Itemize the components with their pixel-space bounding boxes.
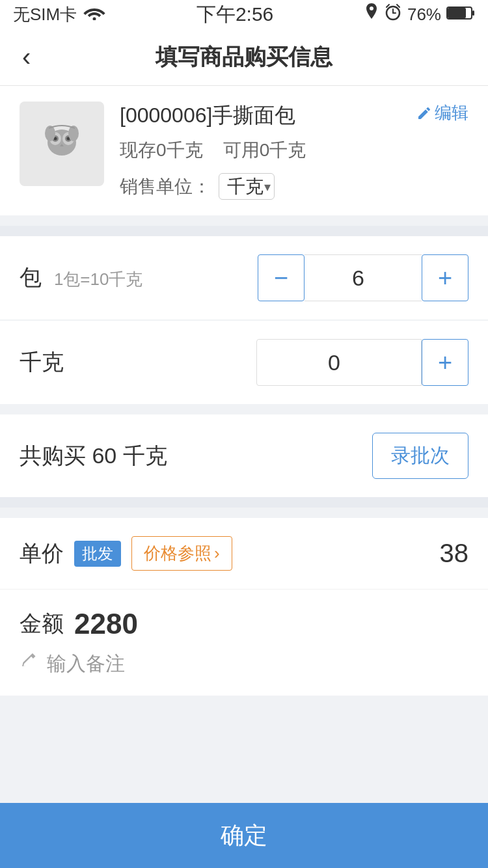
- summary-section: 共购买 60 千克 录批次: [0, 414, 488, 497]
- stock-available: 可用0千克: [223, 140, 306, 160]
- price-ref-arrow: ›: [214, 543, 220, 563]
- summary-row: 共购买 60 千克 录批次: [0, 414, 488, 497]
- status-time: 下午2:56: [197, 1, 273, 28]
- status-bar: 无SIM卡 下午2:56 76%: [0, 0, 488, 29]
- unit-select-wrapper[interactable]: 千克: [219, 173, 275, 200]
- bao-label: 包: [20, 265, 42, 290]
- product-owl-icon: [36, 114, 88, 174]
- bao-label-group: 包 1包=10千克: [20, 263, 142, 293]
- amount-row: 金额 2280: [20, 608, 468, 640]
- wifi-icon: [83, 5, 105, 25]
- location-icon: [364, 3, 379, 26]
- svg-rect-6: [472, 10, 474, 16]
- confirm-button-label: 确定: [221, 820, 267, 852]
- kg-plus-button[interactable]: +: [422, 339, 468, 386]
- kg-input-section: 千克 +: [0, 321, 488, 404]
- unit-select[interactable]: 千克: [219, 173, 275, 200]
- bao-sub-label: 1包=10千克: [54, 269, 143, 289]
- product-stock: 现存0千克 可用0千克: [120, 138, 468, 163]
- alarm-icon: [384, 3, 402, 26]
- bao-qty-control: − +: [258, 254, 468, 301]
- stock-current: 现存0千克: [120, 140, 203, 160]
- product-info: [0000006]手撕面包 编辑 现存0千克 可用0千克 销售单位： 千克: [120, 102, 468, 200]
- svg-point-0: [93, 17, 96, 20]
- bao-qty-input[interactable]: [305, 254, 422, 301]
- product-thumbnail: [20, 102, 104, 186]
- bao-minus-button[interactable]: −: [258, 254, 305, 301]
- product-name: [0000006]手撕面包: [120, 102, 295, 130]
- back-button[interactable]: ‹: [16, 36, 37, 78]
- price-label: 单价: [20, 539, 64, 569]
- unit-label: 销售单位：: [120, 174, 211, 199]
- edit-label: 编辑: [435, 102, 468, 124]
- remark-label: 输入备注: [47, 651, 125, 677]
- kg-qty-input[interactable]: [256, 339, 422, 386]
- status-left: 无SIM卡: [13, 3, 105, 26]
- page-title: 填写商品购买信息: [156, 42, 332, 72]
- kg-qty-control: +: [256, 339, 468, 386]
- price-ref-label: 价格参照: [144, 542, 211, 565]
- edit-button[interactable]: 编辑: [416, 102, 468, 124]
- amount-section: 金额 2280 输入备注: [0, 590, 488, 696]
- status-right: 76%: [364, 3, 475, 26]
- price-tag-batch: 批发: [74, 541, 121, 567]
- price-section: 单价 批发 价格参照 › 38: [0, 518, 488, 590]
- amount-label: 金额: [20, 609, 64, 639]
- svg-rect-5: [448, 8, 466, 18]
- kg-label: 千克: [20, 347, 64, 377]
- nav-bar: ‹ 填写商品购买信息: [0, 29, 488, 86]
- battery-icon: [446, 5, 475, 25]
- product-unit-row: 销售单位： 千克: [120, 173, 468, 200]
- price-ref-button[interactable]: 价格参照 ›: [131, 536, 232, 571]
- product-card: [0000006]手撕面包 编辑 现存0千克 可用0千克 销售单位： 千克: [0, 86, 488, 215]
- pencil-icon: [20, 652, 39, 676]
- divider-2: [0, 497, 488, 508]
- summary-text: 共购买 60 千克: [20, 441, 167, 471]
- batch-button[interactable]: 录批次: [372, 433, 468, 479]
- bao-input-section: 包 1包=10千克 − +: [0, 236, 488, 319]
- divider-1: [0, 226, 488, 236]
- carrier-label: 无SIM卡: [13, 3, 77, 26]
- bao-input-row: 包 1包=10千克 − +: [20, 236, 468, 319]
- confirm-bar[interactable]: 确定: [0, 803, 488, 868]
- price-value: 38: [440, 539, 469, 568]
- kg-input-row: 千克 +: [20, 321, 468, 404]
- battery-label: 76%: [407, 5, 441, 25]
- bao-plus-button[interactable]: +: [422, 254, 468, 301]
- remark-row[interactable]: 输入备注: [20, 651, 468, 677]
- amount-value: 2280: [74, 608, 138, 640]
